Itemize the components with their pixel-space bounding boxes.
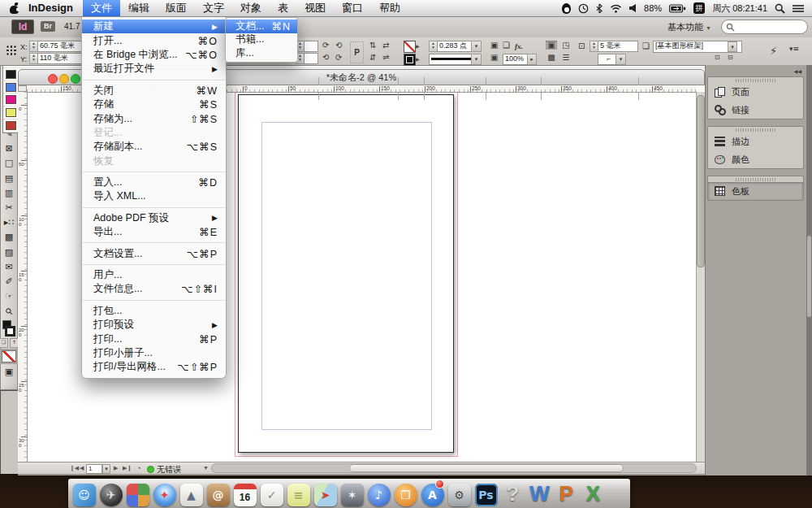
apple-menu-icon[interactable] (10, 2, 19, 14)
scissors-tool[interactable]: ✂ (1, 200, 17, 215)
bluetooth-icon[interactable] (596, 3, 603, 14)
drop-shadow-icon[interactable]: ▣ (490, 41, 498, 50)
corner-size-field[interactable]: 5 毫米 (598, 41, 638, 52)
horizontal-scrollbar-thumb[interactable] (349, 464, 624, 472)
rectangle-tool[interactable]: □ (1, 156, 17, 171)
volume-icon[interactable] (629, 4, 637, 12)
dock-app-launchpad[interactable]: ✈ (98, 480, 123, 506)
transparency-icon[interactable]: ❏ (503, 41, 510, 50)
wrap-shape-button[interactable]: ▩ (546, 53, 557, 62)
file-menu-item[interactable]: 用户... (82, 268, 226, 282)
x-field[interactable]: 60.75 毫米 (37, 41, 83, 52)
dock-app-app-store[interactable]: A (420, 480, 445, 506)
input-method-icon[interactable]: 拼 (693, 2, 705, 14)
fill-stroke-indicator[interactable] (1, 319, 17, 338)
submenu-item[interactable]: 书籍... (226, 33, 297, 47)
dock-app-itunes[interactable]: ♪ (366, 480, 391, 506)
file-menu-item[interactable]: 打包... (82, 304, 226, 318)
stroke-style-arrow[interactable]: ▾ (471, 54, 482, 65)
file-menu-item[interactable]: 存储⌘S (82, 98, 226, 111)
free-transform-tool[interactable]: ▸∷ (1, 215, 17, 230)
preflight-icon[interactable]: ◔ (136, 464, 140, 472)
dock-app-ibooks[interactable]: ❐ (393, 480, 418, 506)
panel-tab-links[interactable]: 链接 (708, 101, 803, 119)
drag-handle[interactable] (736, 128, 775, 132)
menu-1[interactable]: 文件 (83, 0, 120, 16)
qq-icon[interactable] (562, 3, 571, 14)
break-link-style-icon[interactable]: ⊟ (728, 54, 733, 61)
drag-handle[interactable] (736, 178, 775, 181)
dock-app-excel[interactable]: X (581, 480, 606, 506)
vertical-scrollbar-thumb[interactable] (697, 95, 705, 267)
stroke-weight-dropdown[interactable]: ▾ (471, 41, 482, 52)
file-menu-item[interactable]: 导入 XML... (82, 189, 226, 203)
menu-9[interactable]: 帮助 (371, 0, 408, 16)
app-menu-title[interactable]: InDesign (25, 0, 83, 16)
file-menu-item[interactable]: 打开...⌘O (82, 33, 226, 47)
search-input[interactable] (721, 20, 808, 34)
apply-none-button[interactable] (2, 350, 16, 363)
menu-8[interactable]: 窗口 (334, 0, 371, 16)
dock-app-powerpoint[interactable]: P (554, 480, 579, 506)
preflight-menu-arrow[interactable]: ▼ (203, 465, 209, 471)
wrap-bounding-button[interactable]: ◳ (560, 41, 572, 50)
note-tool[interactable]: ✉ (1, 259, 17, 274)
page-number-dropdown[interactable]: ▼ (102, 464, 110, 474)
menu-7[interactable]: 视图 (296, 0, 334, 16)
dock-app-notes[interactable]: ≡ (286, 480, 311, 506)
effects-button[interactable]: fx. (515, 42, 523, 50)
quick-apply-icon[interactable]: ⚡ (770, 45, 777, 57)
file-menu-item[interactable]: 在 Bridge 中浏览...⌥⌘O (82, 48, 226, 62)
opacity-arrow[interactable]: ▸ (527, 54, 537, 65)
dock-scrollbar-thumb[interactable] (807, 236, 811, 317)
wifi-icon[interactable] (610, 4, 622, 13)
dock-app-unknown-app[interactable]: ? (500, 480, 525, 506)
file-menu-item[interactable]: 恢复 (82, 154, 226, 168)
eyedropper-tool[interactable]: ✐ (1, 274, 17, 289)
minimize-button[interactable] (59, 74, 69, 84)
corner-shape-dropdown[interactable]: ▾ (615, 54, 626, 65)
file-menu-item[interactable]: 登记... (82, 126, 226, 140)
fill-color-arrow-icon[interactable]: ▶ (416, 56, 420, 62)
panel-tab-stroke[interactable]: 描边 (708, 132, 803, 150)
panel-tab-color[interactable]: 颜色 (708, 150, 803, 168)
screen-mode-button[interactable]: ▣ (1, 364, 17, 379)
rotate-90-icon[interactable]: ⟳ (322, 53, 329, 62)
dock-app-safari[interactable]: ✦ (152, 480, 177, 506)
dock-app-photoshop[interactable]: Ps (473, 480, 499, 506)
file-menu-item[interactable]: 置入...⌘D (82, 176, 226, 189)
panel-menu-icon[interactable]: ▾≡ (789, 45, 799, 53)
dock-app-maps[interactable]: ➤ (313, 480, 338, 506)
menu-3[interactable]: 版面 (158, 0, 195, 16)
scale-x-field[interactable] (304, 41, 318, 52)
frame-tool[interactable]: ⊠ (1, 141, 17, 156)
file-menu-item[interactable]: 最近打开文件▶ (82, 62, 226, 76)
dock-app-reminders[interactable]: ✓ (259, 480, 284, 506)
opacity-icon[interactable]: ▣ (490, 53, 498, 62)
file-menu-item[interactable]: 新建▶ (82, 20, 226, 33)
flip-vertical-icon[interactable]: ⇅ (369, 41, 376, 50)
dock-app-dashboard[interactable] (125, 480, 150, 506)
file-menu-item[interactable]: 打印...⌘P (82, 332, 226, 345)
vertical-grid-tool[interactable]: ▥ (1, 185, 17, 200)
menu-4[interactable]: 文字 (195, 0, 232, 16)
y-field[interactable]: 110 毫米 (37, 53, 83, 64)
dock-app-calendar[interactable]: 16 (232, 480, 257, 506)
page-number-field[interactable]: 1 (86, 464, 102, 474)
file-menu-item[interactable]: 存储为...⇧⌘S (82, 111, 226, 125)
file-menu-item[interactable]: 文档设置...⌥⌘P (82, 246, 226, 260)
rotate-content-icon[interactable]: ⇌ (382, 53, 389, 62)
menu-6[interactable]: 表 (270, 0, 296, 16)
dock-collapse-icon[interactable]: ◀◀ (794, 68, 801, 74)
workspace-switcher[interactable]: 基本功能 ▼ (667, 21, 711, 33)
stroke-color-swatch[interactable] (404, 41, 416, 53)
rotate-cw-icon[interactable]: ⟳ (322, 41, 329, 50)
close-button[interactable] (48, 74, 58, 84)
gradient-swatch-tool[interactable]: ▩ (1, 230, 17, 245)
file-menu-item[interactable]: 存储副本...⌥⌘S (82, 140, 226, 154)
file-menu-item[interactable]: 关闭⌘W (82, 84, 226, 98)
next-page-button[interactable]: ▶ (114, 465, 118, 471)
clear-overrides-icon[interactable]: ⊡ (715, 54, 720, 61)
bridge-button[interactable]: Br (41, 21, 55, 32)
wrap-none-button[interactable]: ▣ (546, 41, 557, 50)
